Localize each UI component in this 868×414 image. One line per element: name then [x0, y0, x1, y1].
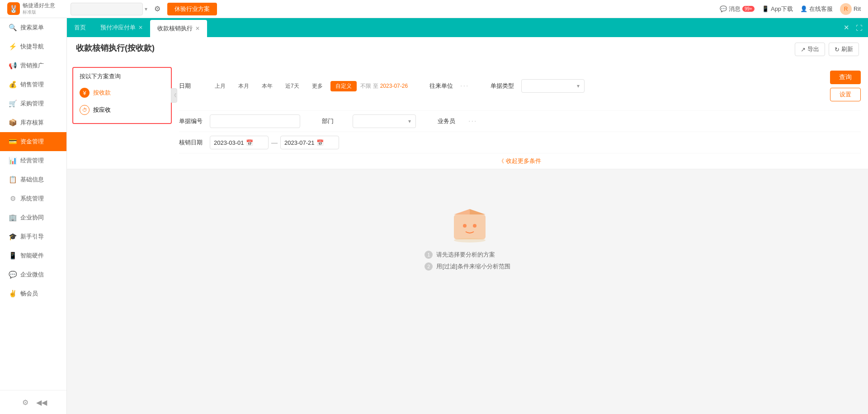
refresh-label: 刷新: [841, 45, 853, 53]
calendar-start-icon[interactable]: 📅: [246, 139, 253, 146]
tab-receipt[interactable]: 收款核销执行 ✕: [150, 20, 207, 37]
fullscreen-icon[interactable]: ⛶: [854, 22, 864, 33]
sidebar-bottom: ⚙ ◀◀: [0, 390, 66, 414]
svg-rect-0: [454, 214, 486, 239]
filter-row-2: 单据编号 部门 ▾ 业务员 ···: [179, 111, 861, 132]
verify-date-label: 核销日期: [179, 138, 206, 147]
home-label: 首页: [74, 24, 86, 32]
option1-label: 按收款: [93, 89, 111, 97]
option2-label: 按应收: [93, 106, 111, 114]
partner-dots-button[interactable]: ···: [460, 82, 469, 90]
receivable-icon: ⏱: [80, 105, 90, 115]
tab-prepay[interactable]: 预付冲应付单 ✕: [93, 18, 150, 37]
page-header-actions: ↗ 导出 ↻ 刷新: [795, 43, 859, 62]
sidebar-item-sales[interactable]: 💰 销售管理: [0, 75, 66, 94]
date-btn-7days[interactable]: 近7天: [280, 81, 304, 91]
main-content: 首页 预付冲应付单 ✕ 收款核销执行 ✕ ✕ ⛶ 收款核销执行(按收款): [67, 18, 868, 414]
verify-date-group: 核销日期 2023-03-01 📅 — 2023-07-21 📅: [179, 136, 339, 149]
query-button[interactable]: 查询: [830, 71, 861, 84]
close-tab-icon[interactable]: ✕: [842, 22, 851, 33]
system-icon: ⚙: [9, 195, 17, 203]
sidebar-item-enterprise[interactable]: 🏢 企业协同: [0, 208, 66, 227]
sidebar-item-operation[interactable]: 📊 经营管理: [0, 151, 66, 170]
svg-point-1: [454, 238, 486, 243]
date-nolimit-date: 2023-07-26: [380, 83, 408, 89]
date-buttons-group: 上月 本月 本年 近7天 更多 自定义: [210, 81, 357, 91]
brand-sub: 标准版: [23, 9, 55, 15]
export-button[interactable]: ↗ 导出: [795, 43, 825, 56]
sidebar-item-marketing[interactable]: 📢 营销推广: [0, 56, 66, 75]
settings-icon[interactable]: ⚙: [151, 3, 164, 15]
member-icon: ✌: [9, 290, 17, 298]
app-download-button[interactable]: 📱 App下载: [762, 5, 793, 13]
page-title: 收款核销执行(按收款): [76, 43, 155, 59]
user-info[interactable]: R Rit: [840, 3, 861, 15]
voucher-no-input[interactable]: [210, 114, 300, 128]
filter-row-1: 日期 上月 本月 本年 近7天 更多 自定义 不限 至: [179, 62, 861, 111]
sidebar-collapse-button[interactable]: ◀◀: [35, 396, 48, 409]
voucher-no-label: 单据编号: [179, 117, 206, 125]
date-btn-last-month[interactable]: 上月: [210, 81, 231, 91]
date-btn-this-month[interactable]: 本月: [233, 81, 254, 91]
tab1-close-icon[interactable]: ✕: [138, 24, 143, 31]
filter-option-by-receivable[interactable]: ⏱ 按应收: [73, 101, 171, 119]
query-buttons: 查询 设置: [830, 65, 861, 107]
chevron-down-icon[interactable]: ▾: [145, 6, 147, 12]
sidebar-item-member[interactable]: ✌ 畅会员: [0, 284, 66, 303]
voucher-type-label: 单据类型: [491, 82, 518, 90]
tip-num-2: 2: [425, 262, 433, 271]
tabbar-actions: ✕ ⛶: [842, 22, 868, 33]
staff-dots-button[interactable]: ···: [468, 117, 477, 125]
filter-settings-button[interactable]: 设置: [830, 88, 861, 101]
collapse-more-button[interactable]: 《 收起更多条件: [179, 153, 861, 169]
sidebar-label-quick-nav: 快捷导航: [20, 43, 44, 51]
filter-right: 日期 上月 本月 本年 近7天 更多 自定义 不限 至: [172, 62, 868, 169]
enterprise-icon: 🏢: [9, 214, 17, 222]
filter-option-by-receipt[interactable]: ¥ 按收款: [73, 84, 171, 101]
sidebar-item-quick-nav[interactable]: ⚡ 快捷导航: [0, 37, 66, 56]
message-button[interactable]: 💬 消息 99+: [720, 5, 755, 13]
date-btn-more[interactable]: 更多: [307, 81, 328, 91]
filter-row-3: 核销日期 2023-03-01 📅 — 2023-07-21 📅: [179, 132, 861, 153]
sidebar-item-finance[interactable]: 💳 资金管理: [0, 132, 66, 151]
dept-dropdown[interactable]: ▾: [353, 114, 416, 128]
empty-illustration: [445, 196, 490, 242]
sidebar-item-basic[interactable]: 📋 基础信息: [0, 170, 66, 189]
refresh-button[interactable]: ↻ 刷新: [829, 43, 859, 56]
solution-button[interactable]: 休验行业方案: [167, 3, 217, 15]
tab-home[interactable]: 首页: [67, 18, 93, 37]
date-btn-custom[interactable]: 自定义: [330, 81, 357, 91]
date-btn-this-year[interactable]: 本年: [257, 81, 278, 91]
purchase-icon: 🛒: [9, 100, 17, 108]
sidebar-item-purchase[interactable]: 🛒 采购管理: [0, 94, 66, 113]
sidebar-item-hardware[interactable]: 📱 智能硬件: [0, 246, 66, 265]
sidebar-item-guide[interactable]: 🎓 新手引导: [0, 227, 66, 246]
verify-date-end-wrap[interactable]: 2023-07-21 📅: [280, 136, 339, 149]
panel-collapse-icon[interactable]: 《: [171, 88, 177, 103]
empty-tips: 1 请先选择要分析的方案 2 用[过滤]条件来缩小分析范围: [425, 251, 510, 271]
sales-icon: 💰: [9, 81, 17, 89]
online-service-button[interactable]: 👤 在线客服: [800, 5, 833, 13]
search-input[interactable]: [71, 3, 143, 15]
calendar-end-icon[interactable]: 📅: [316, 139, 324, 146]
voucher-type-dropdown[interactable]: ▾: [521, 79, 585, 93]
dropdown-arrow-icon: ▾: [577, 83, 580, 89]
date-nolimit-label: 不限: [360, 82, 371, 90]
sidebar-settings-button[interactable]: ⚙: [19, 396, 32, 409]
dept-group: 部门 ▾: [322, 114, 416, 128]
sidebar-label-guide: 新手引导: [20, 233, 44, 241]
main-layout: 🔍 搜索菜单 ⚡ 快捷导航 📢 营销推广 💰 销售管理 🛒 采购管理 📦 库存核…: [0, 18, 868, 414]
verify-date-start-wrap[interactable]: 2023-03-01 📅: [210, 136, 269, 149]
user-name: Rit: [854, 5, 861, 12]
sidebar-item-system[interactable]: ⚙ 系统管理: [0, 189, 66, 208]
brand-name: 畅捷通好生意: [23, 2, 55, 9]
export-icon: ↗: [801, 46, 806, 53]
tab2-close-icon[interactable]: ✕: [195, 25, 200, 32]
sidebar-label-enterprise: 企业协同: [20, 214, 44, 222]
sidebar-item-search[interactable]: 🔍 搜索菜单: [0, 18, 66, 37]
search-icon: 🔍: [9, 24, 17, 32]
quick-nav-icon: ⚡: [9, 43, 17, 51]
sidebar-item-wechat[interactable]: 💬 企业微信: [0, 265, 66, 284]
sidebar-item-inventory[interactable]: 📦 库存核算: [0, 113, 66, 132]
refresh-icon: ↻: [835, 46, 840, 53]
